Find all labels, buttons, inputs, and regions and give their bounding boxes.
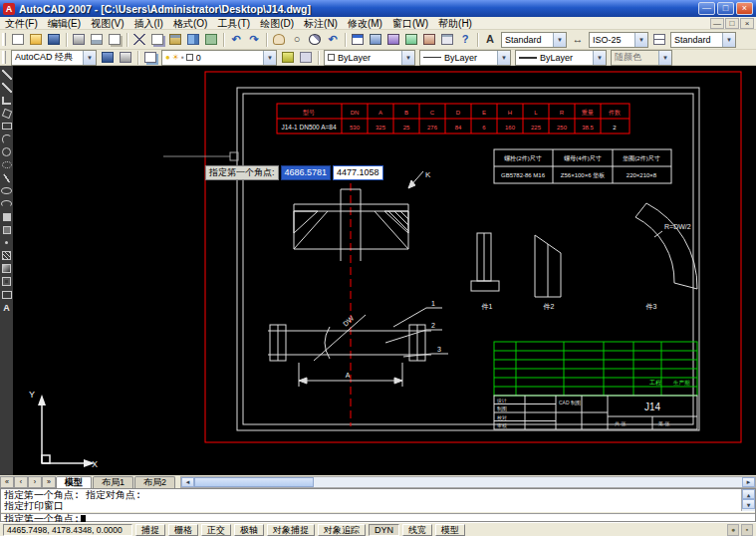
- ellipse-button[interactable]: [1, 185, 13, 196]
- scroll-left-icon[interactable]: ◄: [181, 477, 194, 487]
- table-button[interactable]: [1, 289, 13, 300]
- doc-minimize-button[interactable]: —: [710, 18, 724, 29]
- close-button[interactable]: ×: [736, 2, 753, 15]
- spline-button[interactable]: [1, 172, 13, 183]
- undo-button[interactable]: ↶: [227, 31, 245, 48]
- text-style-button[interactable]: A: [481, 31, 499, 48]
- tray-lock-icon[interactable]: ▪: [741, 524, 753, 536]
- properties-button[interactable]: [349, 31, 367, 48]
- quickcalc-button[interactable]: [438, 31, 456, 48]
- hatch-button[interactable]: [1, 250, 13, 261]
- tab-model[interactable]: 模型: [56, 476, 92, 488]
- menu-format[interactable]: 格式(O): [168, 17, 212, 30]
- dynamic-input-x-field[interactable]: 4686.5781: [281, 165, 332, 180]
- pan-button[interactable]: [270, 31, 288, 48]
- menu-edit[interactable]: 编辑(E): [43, 17, 86, 30]
- plot-preview-button[interactable]: [88, 31, 106, 48]
- multiline-text-button[interactable]: A: [1, 302, 13, 313]
- chevron-down-icon[interactable]: ▼: [263, 51, 276, 65]
- maximize-button[interactable]: □: [717, 2, 734, 15]
- rectangle-button[interactable]: [1, 121, 13, 132]
- cut-button[interactable]: [130, 31, 148, 48]
- menu-help[interactable]: 帮助(H): [433, 17, 477, 30]
- command-scrollbar[interactable]: ▲ ▼: [741, 489, 755, 511]
- layer-manager-button[interactable]: [141, 49, 159, 66]
- polygon-button[interactable]: [1, 108, 13, 119]
- toolbar-grip[interactable]: [2, 33, 6, 46]
- minimize-button[interactable]: —: [698, 2, 715, 15]
- designcenter-button[interactable]: [367, 31, 384, 48]
- ellipse-arc-button[interactable]: [1, 198, 13, 209]
- line-button[interactable]: [1, 69, 13, 80]
- dim-style-select[interactable]: ISO-25 ▼: [589, 32, 648, 48]
- chevron-down-icon[interactable]: ▼: [497, 51, 510, 65]
- command-window[interactable]: 指定第一个角点: 指定对角点: 指定打印窗口 ▲ ▼ 指定第一个角点:: [0, 488, 756, 522]
- circle-button[interactable]: [1, 146, 13, 157]
- lineweight-select[interactable]: ByLayer ▼: [515, 50, 607, 66]
- zoom-window-button[interactable]: [306, 31, 324, 48]
- layer-lock-icon[interactable]: ▪: [181, 51, 184, 65]
- copy-button[interactable]: [148, 31, 166, 48]
- menu-tools[interactable]: 工具(T): [212, 17, 255, 30]
- drawing-canvas[interactable]: 型号 DN A B C D E H L R 重量 件数 J14-1 DN500 …: [13, 66, 756, 475]
- lineweight-toggle[interactable]: 线宽: [402, 524, 432, 536]
- paste-button[interactable]: [166, 31, 184, 48]
- insert-block-button[interactable]: [1, 211, 13, 222]
- make-layer-current-button[interactable]: [279, 49, 297, 66]
- chevron-down-icon[interactable]: ▼: [553, 33, 566, 47]
- save-button[interactable]: [45, 31, 63, 48]
- communication-center-icon[interactable]: ●: [727, 524, 739, 536]
- layer-thaw-icon[interactable]: ☀: [172, 51, 179, 65]
- match-properties-button[interactable]: [184, 31, 202, 48]
- scroll-up-icon[interactable]: ▲: [742, 489, 755, 499]
- chevron-down-icon[interactable]: ▼: [83, 51, 96, 65]
- menu-view[interactable]: 视图(V): [86, 17, 128, 30]
- workspace-settings-button[interactable]: [117, 49, 134, 66]
- coordinate-display[interactable]: 4465.7498, 4178.4348, 0.0000: [3, 524, 132, 536]
- menu-window[interactable]: 窗口(W): [387, 17, 433, 30]
- publish-button[interactable]: [106, 31, 124, 48]
- menu-modify[interactable]: 修改(M): [343, 17, 387, 30]
- chevron-down-icon[interactable]: ▼: [593, 51, 606, 65]
- linetype-select[interactable]: ByLayer ▼: [419, 50, 511, 66]
- arc-button[interactable]: [1, 134, 13, 144]
- layer-previous-button[interactable]: [297, 49, 315, 66]
- sheet-set-button[interactable]: [402, 31, 420, 48]
- dim-style-button[interactable]: ↔: [569, 31, 587, 48]
- redo-button[interactable]: ↷: [245, 31, 263, 48]
- color-select[interactable]: ByLayer ▼: [324, 50, 415, 66]
- markup-button[interactable]: [420, 31, 438, 48]
- tab-layout2[interactable]: 布局2: [134, 476, 175, 488]
- zoom-realtime-button[interactable]: ○: [288, 31, 306, 48]
- next-tab-button[interactable]: ›: [28, 476, 42, 488]
- dynamic-input-y-field[interactable]: 4477.1058: [333, 165, 383, 180]
- region-button[interactable]: [1, 276, 13, 287]
- toolbar-grip[interactable]: [2, 51, 6, 64]
- menu-draw[interactable]: 绘图(D): [255, 17, 299, 30]
- scroll-down-icon[interactable]: ▼: [742, 499, 755, 509]
- workspace-select[interactable]: AutoCAD 经典 ▼: [11, 50, 97, 66]
- menu-insert[interactable]: 插入(I): [128, 17, 167, 30]
- polar-toggle[interactable]: 极轴: [234, 524, 264, 536]
- open-button[interactable]: [27, 31, 45, 48]
- first-tab-button[interactable]: «: [0, 476, 14, 488]
- table-style-button[interactable]: [650, 31, 668, 48]
- layer-on-icon[interactable]: ●: [165, 51, 170, 65]
- help-button[interactable]: ?: [456, 31, 474, 48]
- revision-cloud-button[interactable]: [1, 159, 13, 170]
- dyn-toggle[interactable]: DYN: [369, 524, 399, 536]
- polyline-button[interactable]: [1, 95, 13, 106]
- layer-select[interactable]: ● ☀ ▪ 0 ▼: [161, 50, 277, 66]
- menu-file[interactable]: 文件(F): [0, 17, 43, 30]
- make-block-button[interactable]: [1, 224, 13, 235]
- model-toggle[interactable]: 模型: [435, 524, 465, 536]
- table-style-select[interactable]: Standard ▼: [670, 32, 736, 48]
- chevron-down-icon[interactable]: ▼: [634, 33, 647, 47]
- doc-close-button[interactable]: ×: [740, 18, 754, 29]
- grid-toggle[interactable]: 栅格: [168, 524, 198, 536]
- ortho-toggle[interactable]: 正交: [201, 524, 231, 536]
- otrack-toggle[interactable]: 对象追踪: [318, 524, 366, 536]
- scroll-right-icon[interactable]: ►: [742, 477, 755, 487]
- save-workspace-button[interactable]: [99, 49, 117, 66]
- chevron-down-icon[interactable]: ▼: [401, 51, 414, 65]
